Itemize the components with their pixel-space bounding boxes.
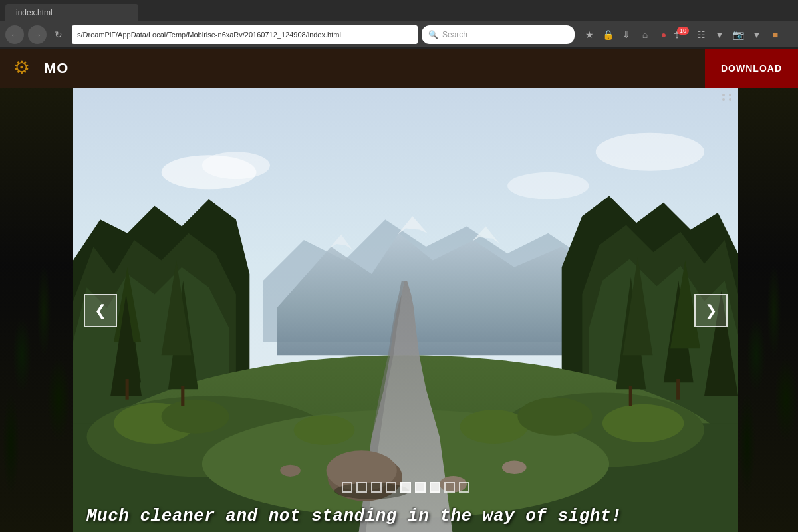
forward-button[interactable]: → bbox=[28, 25, 47, 44]
svg-point-48 bbox=[596, 133, 704, 171]
vpn-icon[interactable]: ● bbox=[656, 27, 672, 43]
slide-dot-7[interactable] bbox=[430, 482, 440, 493]
svg-point-26 bbox=[162, 400, 229, 434]
slider-image bbox=[73, 88, 738, 532]
search-placeholder: Search bbox=[442, 30, 467, 39]
toolbar-icons: ★ 🔒 ⇓ ⌂ ● 🗡 10 ☷ ▼ 📷 ▼ ■ bbox=[581, 27, 783, 43]
bookmark-star-icon[interactable]: ★ bbox=[581, 27, 597, 43]
slide-dot-8[interactable] bbox=[444, 482, 455, 493]
caption-text: Much cleaner and not standing in the way… bbox=[86, 506, 622, 526]
svg-point-28 bbox=[460, 410, 528, 444]
svg-rect-41 bbox=[126, 379, 129, 400]
right-side-panel bbox=[738, 88, 798, 532]
home-icon[interactable]: ⌂ bbox=[637, 27, 653, 43]
extensions-icon[interactable]: 🗡 10 bbox=[674, 27, 690, 43]
app-header: ⚙ MO DOWNLOAD bbox=[0, 49, 798, 88]
slide-dot-1[interactable] bbox=[342, 482, 352, 493]
slider-next-button[interactable]: ❯ bbox=[694, 294, 728, 327]
extra-icon-1[interactable]: 📷 bbox=[730, 27, 746, 43]
lock-icon[interactable]: 🔒 bbox=[600, 27, 616, 43]
prev-arrow-icon: ❮ bbox=[94, 302, 106, 319]
forest-trees-left bbox=[0, 88, 73, 532]
download-label: DOWNLOAD bbox=[721, 63, 782, 74]
search-bar[interactable]: 🔍 Search bbox=[422, 25, 575, 44]
next-arrow-icon: ❯ bbox=[705, 302, 717, 319]
browser-chrome: index.html ← → ↻ s/DreamPiF/AppData/Loca… bbox=[0, 0, 798, 49]
slider-dots bbox=[342, 482, 469, 493]
download-button[interactable]: DOWNLOAD bbox=[705, 49, 798, 88]
slider-container: ❮ ❯ Much cleaner and not standing in bbox=[73, 88, 738, 532]
scene-svg bbox=[73, 88, 738, 532]
svg-point-27 bbox=[294, 415, 355, 445]
search-icon: 🔍 bbox=[428, 30, 438, 39]
browser-tab[interactable]: index.html bbox=[5, 4, 138, 21]
app-name: MO bbox=[44, 60, 68, 77]
slide-dot-6[interactable] bbox=[415, 482, 426, 493]
back-button[interactable]: ← bbox=[5, 25, 24, 44]
slide-dot-4[interactable] bbox=[386, 482, 396, 493]
browser-toolbar: ← → ↻ s/DreamPiF/AppData/Local/Temp/Mobi… bbox=[0, 21, 798, 48]
extra-icon-2[interactable]: ▼ bbox=[749, 27, 765, 43]
svg-point-30 bbox=[602, 404, 684, 442]
svg-rect-44 bbox=[629, 386, 632, 406]
slide-dot-5[interactable] bbox=[400, 482, 411, 493]
left-side-panel bbox=[0, 88, 73, 532]
extra-icon-3[interactable]: ■ bbox=[767, 27, 783, 43]
address-bar[interactable]: s/DreamPiF/AppData/Local/Temp/Mobirise-n… bbox=[72, 25, 418, 44]
svg-point-47 bbox=[507, 172, 589, 200]
apps-icon[interactable]: ☷ bbox=[693, 27, 709, 43]
slide-dot-3[interactable] bbox=[371, 482, 382, 493]
resize-handle[interactable] bbox=[721, 92, 734, 106]
gear-icon: ⚙ bbox=[13, 57, 37, 80]
extension-badge: 10 bbox=[677, 27, 689, 35]
svg-point-24 bbox=[502, 461, 527, 474]
menu-icon[interactable]: ▼ bbox=[712, 27, 728, 43]
svg-point-46 bbox=[202, 152, 270, 179]
forest-trees-right bbox=[738, 88, 798, 532]
tab-bar: index.html bbox=[0, 0, 798, 21]
url-text: s/DreamPiF/AppData/Local/Temp/Mobirise-n… bbox=[77, 31, 341, 39]
svg-point-23 bbox=[280, 465, 301, 477]
reload-button[interactable]: ↻ bbox=[51, 27, 66, 43]
slider-prev-button[interactable]: ❮ bbox=[84, 294, 117, 327]
app-logo: ⚙ MO bbox=[13, 57, 68, 80]
slider-caption: Much cleaner and not standing in the way… bbox=[86, 506, 725, 526]
slide-dot-2[interactable] bbox=[356, 482, 367, 493]
svg-rect-43 bbox=[676, 379, 680, 400]
slide-dot-9[interactable] bbox=[459, 482, 469, 493]
tab-label: index.html bbox=[16, 8, 53, 17]
download-icon[interactable]: ⇓ bbox=[618, 27, 634, 43]
svg-point-29 bbox=[517, 398, 592, 436]
svg-rect-42 bbox=[181, 386, 184, 406]
content-area: ❮ ❯ Much cleaner and not standing in bbox=[0, 88, 798, 532]
browser-viewport: ⚙ MO DOWNLOAD bbox=[0, 49, 798, 532]
